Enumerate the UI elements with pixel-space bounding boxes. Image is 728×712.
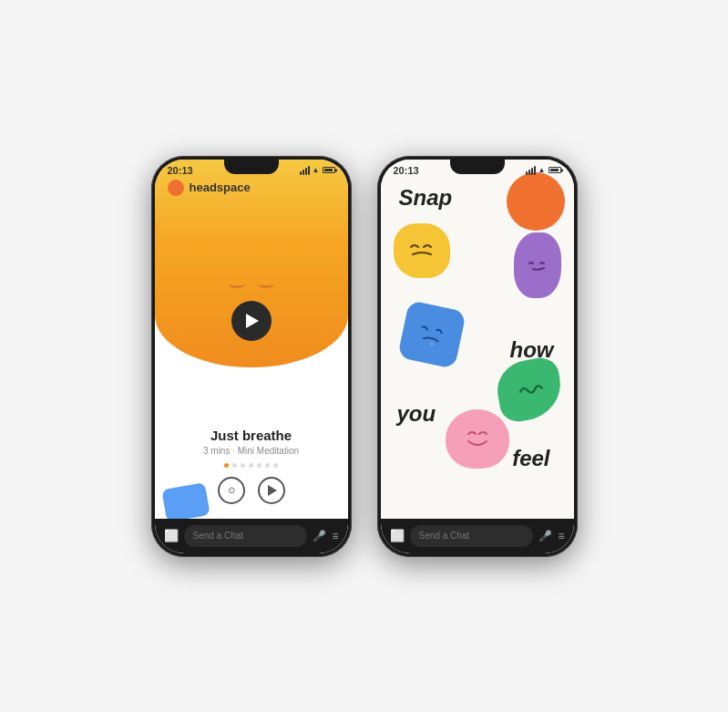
- send-chat-input-1[interactable]: Send a Chat: [184, 525, 308, 547]
- infinity-face-icon: [510, 374, 547, 405]
- time-2: 20:13: [394, 165, 419, 176]
- dot-7: [273, 463, 278, 468]
- eye-right: [258, 281, 274, 288]
- phone-2: 20:13 ▲ Snap how you feel: [377, 156, 578, 557]
- wifi-icon-1: ▲: [313, 166, 320, 174]
- phone-1: 20:13 ▲ headspace: [151, 156, 352, 557]
- blob-orange: [507, 172, 565, 231]
- notch-2: [450, 160, 505, 174]
- snap-content: Snap how you feel: [381, 160, 574, 519]
- blob-purple: [514, 232, 561, 298]
- dot-2: [232, 463, 237, 468]
- word-snap: Snap: [399, 185, 453, 211]
- signal-icon-1: [300, 166, 310, 175]
- wifi-icon-2: ▲: [538, 166, 546, 174]
- headspace-eyes: [229, 281, 274, 288]
- sad-face-icon: [411, 316, 453, 353]
- chat-icon-2[interactable]: ⬜: [390, 529, 405, 542]
- phone-1-screen: 20:13 ▲ headspace: [155, 160, 348, 553]
- send-chat-placeholder-2: Send a Chat: [419, 531, 470, 541]
- notch-1: [224, 160, 279, 174]
- word-feel: feel: [512, 446, 549, 471]
- squiggly-face-icon: [405, 240, 438, 262]
- battery-icon-2: [549, 167, 561, 173]
- send-chat-input-2[interactable]: Send a Chat: [410, 525, 534, 547]
- dot-3: [241, 463, 245, 468]
- headspace-face: [229, 281, 274, 292]
- record-button[interactable]: ⊙: [218, 477, 245, 504]
- record-icon: ⊙: [228, 485, 235, 495]
- play-triangle-icon: [246, 314, 259, 328]
- blob-yellow: [394, 223, 450, 278]
- chat-icon-1[interactable]: ⬜: [164, 529, 179, 542]
- headspace-pagination: [224, 463, 278, 468]
- dot-4: [249, 463, 253, 468]
- bottom-bar-2: ⬜ Send a Chat 🎤 ≡: [381, 519, 574, 553]
- chat-bubble-icon-2: ⬜: [390, 529, 405, 542]
- dot-5: [257, 463, 261, 468]
- headspace-play-button[interactable]: [231, 301, 272, 341]
- blob-blue: [397, 300, 467, 369]
- headspace-logo-text: headspace: [190, 181, 251, 194]
- dot-1: [224, 463, 229, 468]
- play-small-button[interactable]: [258, 477, 285, 504]
- blob-pink: [446, 409, 509, 469]
- menu-icon-1[interactable]: ≡: [332, 530, 338, 542]
- phones-container: 20:13 ▲ headspace: [151, 156, 578, 557]
- word-you: you: [397, 401, 436, 427]
- headspace-content: headspace Just breathe 3 mins · Mini: [155, 160, 348, 519]
- menu-icon-2[interactable]: ≡: [558, 530, 564, 542]
- headspace-subtitle: 3 mins · Mini Meditation: [203, 446, 299, 456]
- status-icons-1: ▲: [300, 166, 335, 175]
- chat-bubble-icon: ⬜: [164, 529, 179, 542]
- headspace-logo-dot: [168, 180, 184, 196]
- mic-icon-1[interactable]: 🎤: [313, 530, 326, 542]
- send-chat-placeholder-1: Send a Chat: [193, 531, 244, 541]
- mic-icon-2[interactable]: 🎤: [538, 530, 552, 542]
- battery-icon-1: [323, 167, 335, 173]
- blob-green: [492, 355, 565, 424]
- svg-point-0: [429, 341, 434, 346]
- happy-face-icon: [459, 425, 496, 452]
- smirk-face-icon: [524, 258, 551, 273]
- phone-2-screen: 20:13 ▲ Snap how you feel: [381, 160, 574, 553]
- play-small-icon: [268, 485, 277, 496]
- eye-left: [229, 281, 245, 288]
- time-1: 20:13: [168, 165, 193, 176]
- headspace-title: Just breathe: [210, 428, 292, 443]
- signal-icon-2: [526, 166, 536, 175]
- bottom-bar-1: ⬜ Send a Chat 🎤 ≡: [155, 519, 348, 553]
- status-icons-2: ▲: [526, 166, 561, 175]
- headspace-controls: ⊙: [218, 477, 285, 504]
- dot-6: [265, 463, 270, 468]
